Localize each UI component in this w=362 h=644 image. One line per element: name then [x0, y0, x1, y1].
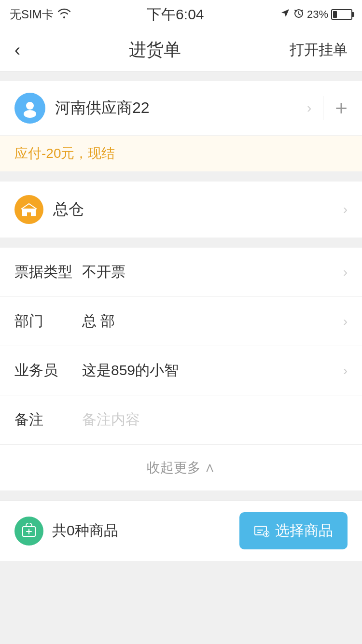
remark-input[interactable]: 备注内容 — [72, 410, 348, 430]
form-section: 票据类型 不开票 › 部门 总 部 › 业务员 这是859的小智 › 备注 备注… — [0, 248, 362, 490]
warehouse-icon — [14, 195, 43, 224]
svg-rect-4 — [27, 212, 31, 216]
battery-fill — [333, 11, 337, 18]
time-display: 下午6:04 — [147, 5, 204, 25]
status-right: 23% — [280, 8, 352, 21]
section-divider-1 — [0, 71, 362, 81]
staff-row[interactable]: 业务员 这是859的小智 › — [0, 346, 362, 395]
section-divider-3 — [0, 238, 362, 248]
wifi-icon — [57, 8, 71, 21]
dept-value: 总 部 — [72, 311, 343, 331]
page-footer — [0, 561, 362, 644]
invoice-arrow-icon: › — [343, 265, 348, 280]
svg-point-2 — [24, 110, 36, 118]
warehouse-row[interactable]: 总仓 › — [0, 182, 362, 238]
supplier-arrow-icon: › — [307, 100, 311, 116]
notice-bar: 应付-20元，现结 — [0, 136, 362, 172]
select-product-label: 选择商品 — [275, 521, 333, 541]
alarm-icon — [293, 8, 304, 21]
invoice-label: 票据类型 — [14, 262, 72, 282]
section-divider-4 — [0, 490, 362, 500]
nav-bar: ‹ 进货单 打开挂单 — [0, 29, 362, 71]
signal-text: 无SIM卡 — [10, 7, 54, 22]
collapse-text: 收起更多 ∧ — [147, 459, 216, 477]
staff-arrow-icon: › — [343, 363, 348, 378]
warehouse-section: 总仓 › — [0, 182, 362, 238]
invoice-value: 不开票 — [72, 262, 343, 282]
select-product-button[interactable]: 选择商品 — [239, 512, 348, 549]
status-bar: 无SIM卡 下午6:04 23% — [0, 0, 362, 29]
warehouse-arrow-icon: › — [343, 202, 348, 217]
battery-percentage: 23% — [307, 8, 328, 21]
bottom-bar: 共0种商品 选择商品 — [0, 500, 362, 561]
supplier-section: 河南供应商22 › + 应付-20元，现结 — [0, 81, 362, 172]
dept-label: 部门 — [14, 311, 72, 331]
product-count: 共0种商品 — [52, 521, 239, 541]
supplier-avatar — [14, 93, 45, 124]
notice-text: 应付-20元，现结 — [14, 146, 115, 161]
dept-arrow-icon: › — [343, 314, 348, 329]
staff-label: 业务员 — [14, 361, 72, 380]
remark-row[interactable]: 备注 备注内容 — [0, 395, 362, 445]
supplier-name: 河南供应商22 — [55, 98, 307, 119]
vertical-divider — [323, 96, 323, 120]
department-row[interactable]: 部门 总 部 › — [0, 297, 362, 346]
page-title: 进货单 — [129, 38, 181, 62]
svg-point-1 — [26, 102, 34, 110]
status-left: 无SIM卡 — [10, 7, 71, 22]
product-icon-wrap — [14, 517, 43, 546]
invoice-type-row[interactable]: 票据类型 不开票 › — [0, 248, 362, 297]
back-button[interactable]: ‹ — [14, 40, 20, 60]
open-pending-button[interactable]: 打开挂单 — [290, 40, 348, 60]
battery-icon — [331, 9, 352, 20]
add-supplier-button[interactable]: + — [335, 98, 348, 119]
warehouse-name: 总仓 — [53, 199, 343, 220]
remark-label: 备注 — [14, 410, 72, 430]
section-divider-2 — [0, 172, 362, 182]
collapse-row[interactable]: 收起更多 ∧ — [0, 445, 362, 490]
supplier-row[interactable]: 河南供应商22 › + — [0, 81, 362, 136]
staff-value: 这是859的小智 — [72, 361, 343, 380]
location-icon — [280, 8, 291, 21]
